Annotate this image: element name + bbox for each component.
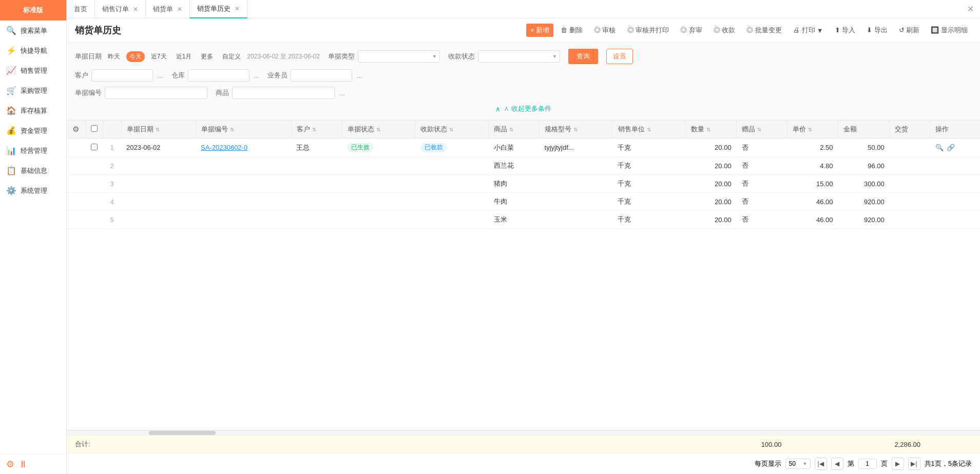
next-page-btn[interactable]: ▶ [892, 458, 904, 470]
refresh-button[interactable]: ↺ 刷新 [895, 24, 924, 37]
doc-no-input[interactable] [105, 87, 207, 99]
row-num: 3 [103, 175, 121, 193]
first-page-btn[interactable]: |◀ [815, 458, 827, 470]
today-btn[interactable]: 今天 [126, 51, 145, 62]
last-page-btn[interactable]: ▶| [908, 458, 920, 470]
export-button[interactable]: ⬇ 导出 [862, 24, 892, 37]
filter-row-2: 客户 ... 仓库 ... 业务员 ... [75, 69, 972, 82]
7days-btn[interactable]: 近7天 [148, 51, 170, 62]
sidebar-item-finance[interactable]: 💰 资金管理 [0, 121, 66, 141]
new-button[interactable]: + 新增 [526, 24, 553, 37]
sidebar-item-sales-mgmt[interactable]: 📈 销售管理 [0, 61, 66, 81]
tab-sales-history-close[interactable]: ✕ [235, 5, 240, 12]
column-doc-status[interactable]: 单据状态⇅ [342, 121, 415, 139]
delete-button[interactable]: 🗑 删除 [556, 24, 587, 37]
page-size-select[interactable]: 50 10 20 100 [785, 459, 811, 469]
row-gift: 否 [737, 139, 787, 157]
doc-type-group: 单据类型 [328, 50, 440, 63]
salesperson-group: 业务员 ... [267, 69, 362, 82]
customer-dots-btn[interactable]: ... [157, 71, 163, 80]
row-qty: 20.00 [686, 175, 737, 193]
salesperson-dots-btn[interactable]: ... [356, 71, 362, 80]
goods-dots-btn[interactable]: ... [339, 89, 345, 97]
select-all-checkbox[interactable] [91, 125, 98, 132]
row-spec [540, 175, 613, 193]
tab-sales-history-label: 销货单历史 [197, 4, 230, 13]
column-goods[interactable]: 商品⇅ [489, 121, 540, 139]
sidebar-item-quick-nav[interactable]: ⚡ 快捷导航 [0, 41, 66, 61]
column-gear[interactable]: ⚙ [67, 121, 85, 139]
row-num: 1 [103, 139, 121, 157]
row-spec: tyjyjtyjdf... [540, 139, 613, 157]
tab-home[interactable]: 首页 [67, 0, 95, 18]
tab-sales-history[interactable]: 销货单历史 ✕ [190, 0, 247, 18]
row-unit: 千克 [612, 157, 686, 175]
discard-button[interactable]: ◎ 弃审 [676, 24, 706, 37]
scrollbar-thumb[interactable] [149, 431, 216, 435]
horizontal-scrollbar[interactable] [67, 430, 980, 435]
row-checkbox[interactable] [85, 139, 103, 157]
column-doc-no[interactable]: 单据编号⇅ [196, 121, 291, 139]
column-unit[interactable]: 销售单位⇅ [612, 121, 686, 139]
custom-btn[interactable]: 自定义 [219, 51, 244, 62]
tab-sales-order[interactable]: 销售订单 ✕ [95, 0, 146, 18]
page-num-input[interactable] [858, 459, 877, 469]
batch-change-button[interactable]: ◎ 批量变更 [742, 24, 786, 37]
goods-input[interactable] [232, 87, 335, 99]
row-payment-status [415, 193, 489, 211]
sidebar-item-purchase-mgmt[interactable]: 🛒 采购管理 [0, 81, 66, 101]
total-label: 合计: [75, 440, 90, 449]
column-action: 操作 [930, 121, 980, 139]
tab-sales-goods[interactable]: 销货单 ✕ [146, 0, 190, 18]
tab-sales-goods-close[interactable]: ✕ [177, 6, 182, 13]
doc-type-select[interactable] [358, 50, 440, 63]
settings-icon[interactable]: ⚙ [6, 459, 14, 470]
row-checkbox[interactable] [85, 175, 103, 193]
prev-page-btn[interactable]: ◀ [831, 458, 843, 470]
column-payment-status[interactable]: 收款状态⇅ [415, 121, 489, 139]
row-gear [67, 175, 85, 193]
collapse-sidebar-icon[interactable]: ⏸ [18, 459, 28, 470]
row-spec [540, 211, 613, 229]
more-btn[interactable]: 更多 [198, 51, 216, 62]
row-checkbox[interactable] [85, 193, 103, 211]
set-button[interactable]: 设置 [606, 49, 633, 64]
row-goods: 牛肉 [489, 193, 540, 211]
column-gift[interactable]: 赠品⇅ [737, 121, 787, 139]
collect-button[interactable]: ◎ 收款 [709, 24, 740, 37]
warehouse-dots-btn[interactable]: ... [254, 71, 260, 80]
row-amount: 50.00 [838, 139, 890, 157]
print-button[interactable]: 🖨 打印 ▼ [789, 24, 828, 37]
row-action [930, 211, 980, 229]
close-all-tabs[interactable]: ✕ [961, 4, 980, 14]
display-detail-button[interactable]: 🔲 显示明细 [927, 24, 972, 37]
collapse-filter-btn[interactable]: ∧ ∧ 收起更多条件 [75, 104, 972, 113]
tab-sales-order-close[interactable]: ✕ [133, 6, 138, 13]
sidebar-item-search-menu[interactable]: 🔍 搜索菜单 [0, 21, 66, 41]
sidebar-item-ops[interactable]: 📊 经营管理 [0, 141, 66, 161]
audit-button[interactable]: ◎ 审核 [590, 24, 620, 37]
column-spec[interactable]: 规格型号⇅ [540, 121, 613, 139]
column-customer[interactable]: 客户⇅ [291, 121, 342, 139]
payment-status-group: 收款状态 [448, 50, 560, 63]
audit-print-button[interactable]: ◎ 审核并打印 [623, 24, 674, 37]
column-price[interactable]: 单价⇅ [787, 121, 838, 139]
row-checkbox[interactable] [85, 211, 103, 229]
1month-btn[interactable]: 近1月 [173, 51, 195, 62]
column-qty[interactable]: 数量⇅ [686, 121, 737, 139]
sidebar-item-sys-mgmt[interactable]: ⚙️ 系统管理 [0, 181, 66, 201]
sidebar: 标准版 🔍 搜索菜单 ⚡ 快捷导航 📈 销售管理 🛒 采购管理 🏠 库存核算 💰… [0, 0, 67, 474]
salesperson-input[interactable] [291, 69, 352, 82]
row-checkbox[interactable] [85, 157, 103, 175]
column-doc-date[interactable]: 单据日期⇅ [121, 121, 196, 139]
row-doc-no [196, 157, 291, 175]
warehouse-input[interactable] [188, 69, 249, 82]
gear-icon: ⚙️ [6, 186, 16, 195]
customer-input[interactable] [91, 69, 153, 82]
import-button[interactable]: ⬆ 导入 [831, 24, 860, 37]
yesterday-btn[interactable]: 昨天 [105, 51, 123, 62]
sidebar-item-basic-info[interactable]: 📋 基础信息 [0, 161, 66, 181]
sidebar-item-inventory[interactable]: 🏠 库存核算 [0, 101, 66, 121]
payment-status-select[interactable] [478, 50, 560, 63]
query-button[interactable]: 查询 [568, 49, 598, 64]
